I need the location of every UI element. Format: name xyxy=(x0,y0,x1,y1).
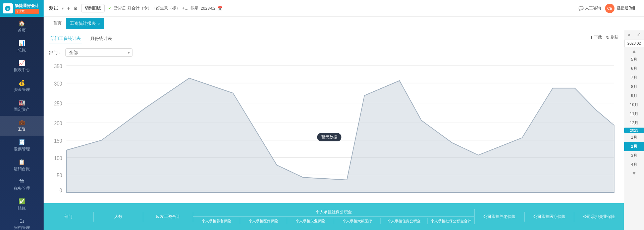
tab-salary[interactable]: 工资统计报表 × xyxy=(66,18,104,29)
topbar-status: ✓ 已认证 好会计（专） +好生意（标） +… 账期 2023-02 📅 xyxy=(108,5,222,11)
date-item-feb[interactable]: 2月 xyxy=(624,142,644,151)
download-button[interactable]: ⬇ 下载 xyxy=(590,35,602,40)
good-account-label: 好会计（专） xyxy=(127,5,152,11)
svg-text:50: 50 xyxy=(57,173,62,179)
table-sub-col-pension: 个人承担养老保险 xyxy=(193,218,240,224)
sidebar-item-报表中心[interactable]: 📈报表中心 xyxy=(0,56,44,76)
sidebar-label: 结账 xyxy=(18,205,26,211)
refresh-button[interactable]: ↻ 刷新 xyxy=(606,35,619,40)
sidebar-item-归档管理[interactable]: 🗂归档管理 xyxy=(0,215,44,230)
date-input[interactable]: 2023.02 xyxy=(624,40,644,47)
table-col-company-unemployment: 公司承担失业保险 xyxy=(574,212,624,222)
settings-icon[interactable]: ⚙ xyxy=(73,6,78,11)
date-item-may[interactable]: 5月 xyxy=(624,55,644,64)
date-item-aug[interactable]: 8月 xyxy=(624,82,644,91)
tabs-bar: 首页 工资统计报表 × xyxy=(44,17,644,30)
consult-button[interactable]: 💬 人工咨询 xyxy=(579,5,601,11)
svg-text:350: 350 xyxy=(54,63,62,69)
dept-filter-wrap[interactable]: 全部 行政部 财务部 销售部 技术部 xyxy=(65,48,132,57)
date-item-sep[interactable]: 9月 xyxy=(624,91,644,100)
tab-home[interactable]: 首页 xyxy=(49,17,66,30)
period-label: 账期 xyxy=(191,5,199,11)
dept-filter-select[interactable]: 全部 行政部 财务部 销售部 技术部 xyxy=(65,48,132,57)
sidebar-label: 发票管理 xyxy=(14,146,30,152)
date-item-mar[interactable]: 3月 xyxy=(624,151,644,160)
date-item-oct[interactable]: 10月 xyxy=(624,100,644,109)
logo-text: 畅捷通好会计 专业版 xyxy=(15,3,39,14)
sidebar-icon: 📊 xyxy=(18,40,25,46)
certified-check-icon: ✓ xyxy=(108,6,111,11)
svg-text:100: 100 xyxy=(54,155,62,161)
sidebar-item-进销台账[interactable]: 📋进销台账 xyxy=(0,155,44,175)
sidebar-item-总账[interactable]: 📊总账 xyxy=(0,37,44,56)
tab-close-icon[interactable]: × xyxy=(98,21,100,26)
sub-tab-actions: ⬇ 下载 ↻ 刷新 xyxy=(590,35,619,43)
table-sub-col-housing: 个人承担住房公积金 xyxy=(381,218,428,224)
dropdown-arrow-icon[interactable]: ▾ xyxy=(62,6,64,11)
table-sub-col-major-medical: 个人承担大额医疗 xyxy=(334,218,381,224)
sidebar-label: 总账 xyxy=(18,47,26,53)
certified-label: 已认证 xyxy=(113,5,125,11)
sidebar-logo: 好 畅捷通好会计 专业版 xyxy=(0,0,44,17)
sidebar-item-固定资产[interactable]: 🏭固定资产 xyxy=(0,96,44,116)
content-area: 首页 工资统计报表 × 部门工资统计表 月份统计表 ⬇ 下载 xyxy=(44,17,644,230)
year-badge: 2023 xyxy=(624,128,644,133)
date-item-jun[interactable]: 6月 xyxy=(624,64,644,73)
svg-text:300: 300 xyxy=(54,81,62,87)
chart-svg: 350 300 250 200 150 100 50 0 xyxy=(49,61,619,200)
sidebar-icon: ✅ xyxy=(18,198,25,204)
switch-old-button[interactable]: 切到旧版 xyxy=(81,4,105,12)
sidebar-item-税务管理[interactable]: 🏛税务管理 xyxy=(0,175,44,195)
user-menu[interactable]: CE 轻捷通B组... xyxy=(605,4,639,13)
dept-filter-label: 部门： xyxy=(49,50,62,56)
svg-text:200: 200 xyxy=(54,120,62,126)
date-item-nov[interactable]: 11月 xyxy=(624,109,644,119)
sidebar-icon: 📈 xyxy=(18,60,25,66)
sidebar-icon: 💼 xyxy=(18,119,25,126)
sidebar-label: 报表中心 xyxy=(14,67,30,73)
table-col-salary: 应发工资合计 xyxy=(143,212,193,222)
sidebar-label: 固定资产 xyxy=(14,107,30,112)
table-group-social: 个人承担社保公积金 个人承担养老保险 个人承担医疗保险 个人承担失业保险 个人承… xyxy=(193,209,475,224)
date-item-dec[interactable]: 12月 xyxy=(624,119,644,128)
calendar-icon[interactable]: 📅 xyxy=(217,6,222,11)
sidebar-label: 归档管理 xyxy=(14,225,30,230)
svg-text:0: 0 xyxy=(59,187,62,193)
more-label: +… xyxy=(182,6,189,11)
chart-area: 350 300 250 200 150 100 50 0 xyxy=(44,61,624,203)
consult-icon: 💬 xyxy=(579,6,584,11)
add-button[interactable]: + xyxy=(67,5,70,11)
topbar-title: 测试 xyxy=(49,5,58,11)
date-nav-down-icon[interactable]: ▼ xyxy=(624,169,644,177)
date-nav-up-icon[interactable]: ▲ xyxy=(624,47,644,55)
table-sub-col-medical: 个人承担医疗保险 xyxy=(240,218,287,224)
date-item-jul[interactable]: 7月 xyxy=(624,73,644,82)
sub-tab-monthly[interactable]: 月份统计表 xyxy=(89,34,113,44)
table-col-people: 人数 xyxy=(94,212,144,222)
date-panel-expand[interactable]: ⤢ xyxy=(634,30,644,40)
sidebar-icon: 💰 xyxy=(18,80,25,86)
user-name: 轻捷通B组... xyxy=(616,5,639,11)
svg-text:250: 250 xyxy=(54,100,62,106)
sidebar-item-资金管理[interactable]: 💰资金管理 xyxy=(0,76,44,96)
filter-bar: 部门： 全部 行政部 财务部 销售部 技术部 xyxy=(44,44,624,61)
table-col-dept: 部门 xyxy=(44,212,94,222)
sidebar-icon: 🏛 xyxy=(19,179,24,185)
date-item-apr[interactable]: 4月 xyxy=(624,160,644,169)
sidebar-item-首页[interactable]: 🏠首页 xyxy=(0,17,44,37)
sidebar-item-发票管理[interactable]: 🧾发票管理 xyxy=(0,136,44,155)
table-col-company-medical: 公司承担医疗保险 xyxy=(525,212,575,222)
sidebar-label: 税务管理 xyxy=(14,186,30,191)
topbar: 测试 ▾ + ⚙ 切到旧版 ✓ 已认证 好会计（专） +好生意（标） +… 账期… xyxy=(44,0,644,17)
date-panel-close[interactable]: × xyxy=(624,30,634,40)
refresh-icon: ↻ xyxy=(606,35,609,40)
svg-text:150: 150 xyxy=(54,138,62,144)
logo-icon: 好 xyxy=(3,3,13,13)
sidebar-item-结账[interactable]: ✅结账 xyxy=(0,195,44,215)
sub-tab-dept[interactable]: 部门工资统计表 xyxy=(49,34,82,44)
sidebar-item-工资[interactable]: 💼工资 xyxy=(0,116,44,136)
right-date-panel: × ⤢ 2023.02 ▲ 5月 6月 7月 8月 9月 10月 11月 12月… xyxy=(624,30,644,230)
biz-label: +好生意（标） xyxy=(154,5,180,11)
date-item-jan[interactable]: 1月 xyxy=(624,133,644,142)
sidebar: 好 畅捷通好会计 专业版 🏠首页📊总账📈报表中心💰资金管理🏭固定资产💼工资🧾发票… xyxy=(0,0,44,230)
